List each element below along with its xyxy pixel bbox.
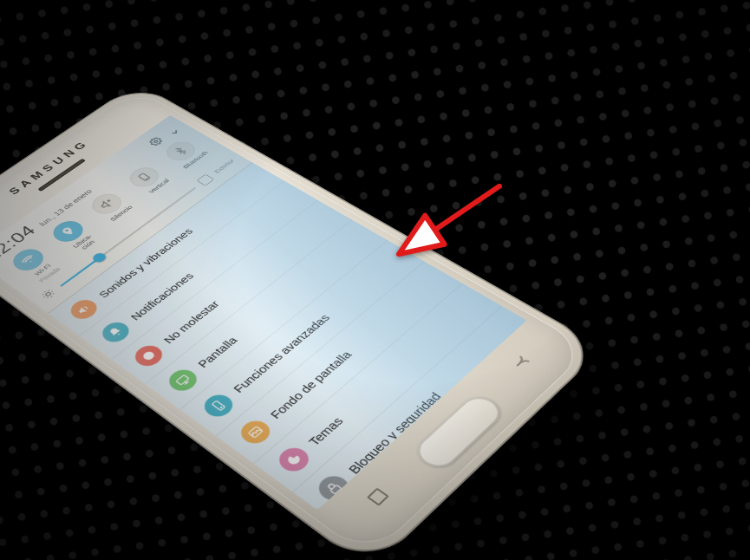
brightness-settings-icon[interactable] bbox=[39, 287, 60, 302]
outdoor-checkbox-label: Exterior bbox=[213, 159, 237, 174]
svg-point-7 bbox=[220, 407, 222, 408]
settings-gear-icon[interactable] bbox=[147, 136, 166, 148]
adv-icon bbox=[199, 390, 238, 420]
svg-point-0 bbox=[153, 140, 158, 143]
phone-device: SAMSUNG 12:04 lun., 13 de enero ⌄ bbox=[0, 82, 604, 560]
settings-item-label: Pantalla bbox=[195, 335, 240, 370]
collapse-chevron-icon[interactable]: ⌄ bbox=[165, 126, 180, 136]
svg-rect-5 bbox=[176, 374, 189, 384]
display-icon bbox=[164, 366, 203, 395]
svg-rect-6 bbox=[212, 400, 225, 410]
